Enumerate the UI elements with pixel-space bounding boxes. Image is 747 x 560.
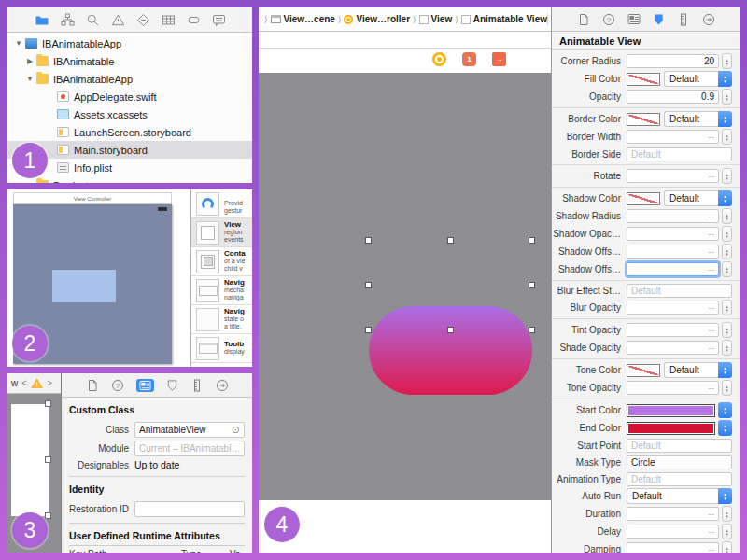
text-field[interactable]: Default xyxy=(627,439,732,453)
warning-icon[interactable]: ! xyxy=(31,378,43,388)
object-library-item[interactable]: Navig mecha naviga xyxy=(191,276,252,305)
file-tree-row[interactable]: Products xyxy=(7,176,252,183)
debug-navigator-icon[interactable] xyxy=(162,13,176,27)
popup-chevrons-icon[interactable]: ▴▾ xyxy=(718,362,732,378)
object-library-item[interactable]: Conta of a vie child v xyxy=(191,247,252,276)
value-field[interactable]: -- xyxy=(627,542,719,553)
selection-handle[interactable] xyxy=(45,400,51,407)
disclosure-triangle-icon[interactable]: ▶ xyxy=(24,57,35,65)
stepper-control[interactable]: ▴▾ xyxy=(722,244,732,259)
selection-handle[interactable] xyxy=(447,237,454,244)
value-field[interactable]: -- xyxy=(627,209,719,223)
value-field[interactable]: -- xyxy=(627,525,719,539)
object-library-item[interactable]: Navig state o a title. xyxy=(191,305,252,334)
color-popup[interactable]: Default ▴▾ xyxy=(664,190,732,206)
value-field[interactable]: 0.9 xyxy=(627,90,719,104)
issue-navigator-icon[interactable] xyxy=(111,13,125,27)
object-library-item[interactable]: View region events xyxy=(191,218,252,247)
color-popup[interactable]: Default ▴▾ xyxy=(664,362,732,378)
attributes-inspector-icon[interactable] xyxy=(653,13,665,26)
selection-handle[interactable] xyxy=(365,237,372,244)
selected-view-rect[interactable] xyxy=(11,404,49,516)
file-inspector-icon[interactable] xyxy=(577,13,590,26)
text-field[interactable]: Circle xyxy=(627,455,732,469)
selection-handle[interactable] xyxy=(365,282,372,288)
class-combo-icon[interactable]: ⊙ xyxy=(232,424,240,436)
popup-chevrons-icon[interactable]: ▴▾ xyxy=(718,71,732,87)
quick-help-inspector-icon[interactable]: ? xyxy=(602,13,615,26)
file-tree-row[interactable]: ▼ IBAnimatableApp xyxy=(7,70,252,88)
stepper-control[interactable]: ▴▾ xyxy=(722,226,732,242)
file-tree-row[interactable]: ▼ IBAnimatableApp xyxy=(7,35,252,52)
forward-arrow[interactable]: > xyxy=(47,378,52,388)
back-arrow[interactable]: < xyxy=(21,378,27,388)
object-library-item[interactable]: Toolb display xyxy=(191,334,252,363)
popup-chevrons-icon[interactable]: ▴▾ xyxy=(718,111,732,127)
restoration-id-field[interactable] xyxy=(134,501,245,517)
test-navigator-icon[interactable] xyxy=(136,13,150,27)
stepper-control[interactable]: ▴▾ xyxy=(722,208,732,224)
stepper-control[interactable]: ▴▾ xyxy=(722,129,732,145)
color-well[interactable] xyxy=(627,113,660,126)
popup-chevrons-icon[interactable]: ▴▾ xyxy=(718,402,732,418)
selection-handle[interactable] xyxy=(447,327,454,333)
first-responder-icon[interactable]: 1 xyxy=(462,52,476,66)
value-field[interactable]: -- xyxy=(627,169,719,183)
file-tree-row[interactable]: Assets.xcassets xyxy=(7,105,252,123)
popup-button[interactable]: Default ▴▾ xyxy=(627,488,732,504)
text-field[interactable]: Default xyxy=(627,472,732,486)
animatable-view-gradient-pill[interactable] xyxy=(369,306,532,395)
stepper-control[interactable]: ▴▾ xyxy=(722,541,732,553)
class-field[interactable]: AnimatableView ⊙ xyxy=(134,422,245,438)
selection-handle[interactable] xyxy=(365,327,372,333)
value-field[interactable]: -- xyxy=(627,323,719,337)
text-field[interactable]: Default xyxy=(627,147,732,161)
color-well[interactable] xyxy=(627,73,660,86)
find-navigator-icon[interactable] xyxy=(86,13,100,27)
stepper-control[interactable]: ▴▾ xyxy=(722,380,732,396)
disclosure-triangle-icon[interactable]: ▼ xyxy=(13,39,24,48)
selection-handle[interactable] xyxy=(529,237,535,244)
size-inspector-icon[interactable] xyxy=(190,379,204,392)
jump-bar-item[interactable]: View xyxy=(419,14,453,24)
popup-chevrons-icon[interactable]: ▴▾ xyxy=(718,190,732,206)
color-well[interactable] xyxy=(627,364,660,377)
value-field[interactable]: -- xyxy=(627,381,719,395)
popup-chevrons-icon[interactable]: ▴▾ xyxy=(718,488,732,504)
stepper-control[interactable]: ▴▾ xyxy=(722,300,732,315)
report-navigator-icon[interactable] xyxy=(212,13,226,27)
stepper-control[interactable]: ▴▾ xyxy=(722,340,732,356)
color-popup[interactable]: Default ▴▾ xyxy=(664,111,732,127)
value-field[interactable]: -- xyxy=(627,130,719,144)
selection-handle[interactable] xyxy=(529,327,535,333)
stepper-control[interactable]: ▴▾ xyxy=(722,261,732,277)
connections-inspector-icon[interactable] xyxy=(216,379,229,392)
value-field[interactable]: 20 xyxy=(627,54,719,68)
selection-handle[interactable] xyxy=(529,282,535,288)
color-well[interactable] xyxy=(627,192,660,205)
module-field[interactable]: Current – IBAnimatabl… xyxy=(134,441,245,456)
stepper-control[interactable]: ▴▾ xyxy=(722,89,732,105)
value-field[interactable]: -- xyxy=(627,227,719,241)
stepper-control[interactable]: ▴▾ xyxy=(722,506,732,522)
selection-handle[interactable] xyxy=(45,512,51,519)
identity-inspector-icon[interactable] xyxy=(627,13,641,25)
jump-bar-item[interactable]: View…cene xyxy=(271,14,335,24)
color-well[interactable] xyxy=(627,422,715,435)
breakpoint-navigator-icon[interactable] xyxy=(187,13,201,27)
popup-chevrons-icon[interactable]: ▴▾ xyxy=(718,420,732,436)
view-controller-icon[interactable] xyxy=(432,52,446,66)
value-field[interactable]: -- xyxy=(627,341,719,355)
value-field[interactable]: -- xyxy=(627,262,719,276)
value-field[interactable]: -- xyxy=(627,301,719,315)
connections-inspector-icon[interactable] xyxy=(702,13,715,26)
value-field[interactable]: -- xyxy=(627,507,719,521)
stepper-control[interactable]: ▴▾ xyxy=(722,524,732,539)
size-inspector-icon[interactable] xyxy=(677,13,690,26)
quick-help-inspector-icon[interactable]: ? xyxy=(111,379,124,392)
symbol-navigator-icon[interactable] xyxy=(61,13,75,27)
file-tree-row[interactable]: AppDelegate.swift xyxy=(7,88,252,105)
color-popup[interactable]: Default ▴▾ xyxy=(664,71,732,87)
value-field[interactable]: -- xyxy=(627,245,719,259)
selection-handle[interactable] xyxy=(45,456,51,463)
